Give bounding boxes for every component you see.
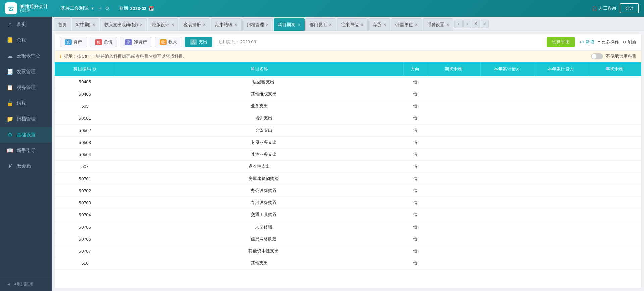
tab-currency[interactable]: 币种设置 ✕ xyxy=(423,18,453,31)
header-period: 账期 2023-03 📅 xyxy=(119,5,154,11)
table-row[interactable]: 50702 办公设备购置 借 xyxy=(55,185,641,197)
table-row[interactable]: 50707 其他资本性支出 借 xyxy=(55,245,641,257)
tab-scroll-right[interactable]: › xyxy=(463,20,471,28)
cell-balance xyxy=(427,100,480,112)
sidebar-item-guide[interactable]: 📖 新手引导 xyxy=(0,143,52,158)
cell-code: 50705 xyxy=(55,221,115,233)
cell-name: 资本性支出 xyxy=(115,160,403,173)
tab-stock-close[interactable]: ✕ xyxy=(383,23,386,27)
cell-name: 其他资本性支出 xyxy=(115,245,403,257)
tab-stock[interactable]: 存货 ✕ xyxy=(368,18,390,31)
tab-mid[interactable]: ¥(中期) ✕ xyxy=(72,18,99,31)
table-row[interactable]: 50706 信息网络购建 借 xyxy=(55,233,641,245)
add-workspace-btn[interactable]: + xyxy=(98,5,102,12)
sidebar-item-ledger[interactable]: 📒 总账 xyxy=(0,32,52,48)
calc-balance-btn[interactable]: 试算平衡 xyxy=(547,37,575,47)
add-btn[interactable]: ＋ + 新增 xyxy=(578,39,594,45)
cell-code: 50504 xyxy=(55,148,115,160)
tab-kemuqichu[interactable]: 科目期初 ✕ xyxy=(274,18,305,31)
refresh-icon: ↻ xyxy=(623,40,626,45)
table-row[interactable]: 507 资本性支出 借 xyxy=(55,160,641,173)
kuaiji-btn[interactable]: 会计 xyxy=(620,3,639,13)
tab-template-close[interactable]: ✕ xyxy=(171,23,174,27)
tab-archive-close[interactable]: ✕ xyxy=(266,23,269,27)
tab-archive[interactable]: 归档管理 ✕ xyxy=(242,18,273,31)
asset-tag: 资 xyxy=(65,39,72,45)
cell-year-balance xyxy=(588,100,641,112)
cell-debit xyxy=(480,245,534,257)
tab-unit[interactable]: 往来单位 ✕ xyxy=(337,18,368,31)
cell-balance xyxy=(427,221,480,233)
disable-toggle[interactable] xyxy=(591,53,603,59)
hint-text: 提示：按Ctrl + F键并输入科目编码或者科目名称可以查找科目。 xyxy=(64,53,187,59)
table-row[interactable]: 50705 大型修缮 借 xyxy=(55,221,641,233)
sub-tab-expense[interactable]: 支 支出 xyxy=(185,37,212,47)
table-row[interactable]: 50704 交通工具购置 借 xyxy=(55,209,641,221)
sub-tab-asset[interactable]: 资 资产 xyxy=(60,37,87,47)
tab-period-end-close[interactable]: ✕ xyxy=(234,23,237,27)
cell-dir: 借 xyxy=(403,209,427,221)
tab-currency-close[interactable]: ✕ xyxy=(446,23,449,27)
sidebar-item-close[interactable]: 🔒 结账 xyxy=(0,95,52,111)
tab-income[interactable]: 收入支出表(年报) ✕ xyxy=(100,18,147,31)
tab-home[interactable]: 首页 xyxy=(54,18,71,31)
tab-tax-close[interactable]: ✕ xyxy=(203,23,206,27)
table-row[interactable]: 50504 其他业务支出 借 xyxy=(55,148,641,160)
cell-name: 专项业务支出 xyxy=(115,136,403,148)
sub-tab-net-asset[interactable]: 净 净资产 xyxy=(120,37,152,47)
sidebar-item-invoice[interactable]: 🧾 发票管理 xyxy=(0,64,52,80)
sub-tab-income[interactable]: 收 收入 xyxy=(155,37,182,47)
tab-measure[interactable]: 计量单位 ✕ xyxy=(391,18,422,31)
tab-unit-close[interactable]: ✕ xyxy=(361,23,363,27)
gear-icon[interactable]: ⚙ xyxy=(92,67,96,72)
toggle-area: 不显示禁用科目 xyxy=(591,53,636,59)
tab-dept[interactable]: 部门员工 ✕ xyxy=(305,18,336,31)
sidebar-item-report[interactable]: ☁ 云报表中心 xyxy=(0,48,52,64)
sub-tab-liability[interactable]: 负 负债 xyxy=(90,37,117,47)
tab-template[interactable]: 模版设计 ✕ xyxy=(148,18,178,31)
tab-close-all[interactable]: ✕ xyxy=(472,20,480,28)
customer-service-btn[interactable]: 🎧 人工咨询 xyxy=(592,5,616,11)
archive-icon: 📁 xyxy=(7,116,13,122)
more-ops-btn[interactable]: ≡ 更多操作 xyxy=(598,39,619,45)
calendar-icon[interactable]: 📅 xyxy=(148,6,154,11)
sidebar-item-settings[interactable]: ⚙ 基础设置 xyxy=(0,127,52,143)
table-row[interactable]: 505 业务支出 借 xyxy=(55,100,641,112)
tab-mid-close[interactable]: ✕ xyxy=(92,23,95,27)
table-row[interactable]: 510 其他支出 借 xyxy=(55,257,641,269)
sidebar-item-home[interactable]: ⌂ 首页 xyxy=(0,17,52,32)
table-row[interactable]: 50703 专用设备购置 借 xyxy=(55,197,641,209)
cell-dir: 借 xyxy=(403,76,427,88)
table-row[interactable]: 50503 专项业务支出 借 xyxy=(55,136,641,148)
header-company[interactable]: 基层工会测试 ▼ + ⚙ xyxy=(60,5,109,12)
cell-dir: 借 xyxy=(403,233,427,245)
cell-dir: 借 xyxy=(403,185,427,197)
th-code-gear[interactable]: 科目编码 ⚙ xyxy=(73,66,96,72)
cell-name: 信息网络购建 xyxy=(115,233,403,245)
tab-kemuqichu-close[interactable]: ✕ xyxy=(298,23,300,27)
sidebar-item-archive[interactable]: 📁 归档管理 xyxy=(0,111,52,127)
tab-measure-close[interactable]: ✕ xyxy=(415,23,418,27)
table-row[interactable]: 50405 运温暖支出 借 xyxy=(55,76,641,88)
cell-debit xyxy=(480,233,534,245)
sidebar-item-tax[interactable]: 📋 税务管理 xyxy=(0,80,52,95)
tab-expand[interactable]: ⤢ xyxy=(481,20,489,28)
cell-code: 507 xyxy=(55,160,115,173)
tab-income-close[interactable]: ✕ xyxy=(140,23,143,27)
member-icon: V xyxy=(7,163,13,169)
table-row[interactable]: 50501 培训支出 借 xyxy=(55,112,641,124)
cell-debit xyxy=(480,257,534,269)
settings-gear-icon[interactable]: ⚙ xyxy=(105,5,109,11)
sidebar-collapse-btn[interactable]: ◄ ◄取消固定 xyxy=(0,277,52,291)
tab-tax[interactable]: 税表清册 ✕ xyxy=(179,18,210,31)
table-row[interactable]: 50701 房屋建筑物购建 借 xyxy=(55,173,641,185)
table-row[interactable]: 50406 其他维权支出 借 xyxy=(55,88,641,100)
refresh-btn[interactable]: ↻ 刷新 xyxy=(623,39,636,45)
home-icon: ⌂ xyxy=(7,21,13,28)
table-row[interactable]: 50502 会议支出 借 xyxy=(55,124,641,136)
sidebar-item-member[interactable]: V 畅会员 xyxy=(0,158,52,174)
cell-dir: 借 xyxy=(403,221,427,233)
tab-scroll-left[interactable]: ‹ xyxy=(454,20,463,28)
tab-dept-close[interactable]: ✕ xyxy=(329,23,332,27)
tab-period-end[interactable]: 期末结转 ✕ xyxy=(211,18,241,31)
